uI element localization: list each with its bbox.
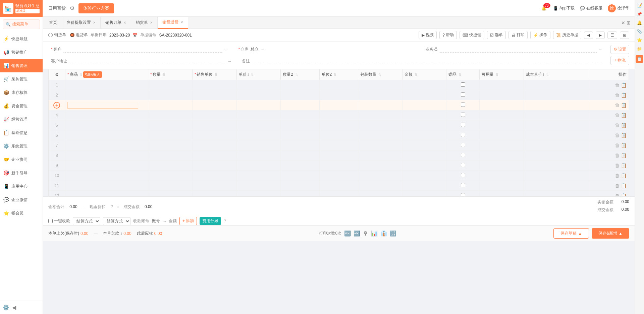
price-cell[interactable] bbox=[236, 120, 281, 130]
cost-price-cell[interactable] bbox=[524, 110, 590, 120]
gift-cell[interactable] bbox=[446, 140, 480, 150]
cost-price-cell[interactable] bbox=[524, 191, 590, 197]
qty2-sort-icon[interactable]: ⇅ bbox=[295, 73, 298, 76]
debt-info-icon[interactable]: ℹ bbox=[120, 231, 122, 236]
sidebar-settings-icon[interactable]: ⚙️ bbox=[3, 304, 9, 311]
available-cell[interactable] bbox=[480, 100, 524, 110]
delete-icon[interactable]: 🗑 bbox=[615, 92, 620, 98]
delete-icon[interactable]: 🗑 bbox=[615, 143, 620, 148]
unit-cell[interactable] bbox=[192, 161, 236, 171]
tool-icon-4[interactable]: 📊 bbox=[371, 230, 378, 237]
product-cell[interactable] bbox=[65, 161, 148, 171]
unit-cell[interactable] bbox=[192, 80, 236, 90]
price-cell[interactable] bbox=[236, 181, 281, 191]
fee-help-icon[interactable]: ? bbox=[224, 219, 226, 224]
unit2-cell[interactable] bbox=[319, 80, 358, 90]
copy-icon[interactable]: 📋 bbox=[621, 163, 627, 168]
gift-cell[interactable] bbox=[446, 150, 480, 161]
sidebar-item-cooperation[interactable]: 🤝 企业协同 bbox=[0, 153, 43, 166]
unit-cell[interactable] bbox=[192, 130, 236, 140]
product-input[interactable] bbox=[67, 102, 138, 109]
calendar-icon[interactable]: 📅 bbox=[132, 33, 138, 38]
product-cell[interactable] bbox=[65, 140, 148, 150]
pkg-qty-cell[interactable] bbox=[358, 191, 402, 197]
pkg-qty-cell[interactable] bbox=[358, 140, 402, 150]
cost-info-icon[interactable]: ℹ bbox=[543, 73, 544, 76]
save-new-button[interactable]: 保存&新增 ▲ bbox=[592, 228, 629, 239]
gift-cell[interactable] bbox=[446, 90, 480, 100]
grid-view-btn[interactable]: ⊞ bbox=[620, 32, 629, 39]
price-sort-icon[interactable]: ⇅ bbox=[251, 73, 254, 76]
available-cell[interactable] bbox=[480, 130, 524, 140]
amount-cell[interactable] bbox=[402, 120, 446, 130]
amount-cell[interactable] bbox=[402, 100, 446, 110]
pkg-qty-cell[interactable] bbox=[358, 161, 402, 171]
price-cell[interactable] bbox=[236, 150, 281, 161]
pkg-qty-cell[interactable] bbox=[358, 181, 402, 191]
unit2-sort-icon[interactable]: ⇅ bbox=[334, 73, 336, 76]
gift-checkbox[interactable] bbox=[461, 133, 465, 137]
copy-icon[interactable]: 📋 bbox=[621, 92, 627, 98]
price-info-icon[interactable]: ℹ bbox=[248, 73, 249, 76]
sidebar-item-wechat[interactable]: 💬 企业微信 bbox=[0, 193, 43, 206]
product-cell[interactable] bbox=[65, 191, 148, 197]
qty-cell[interactable] bbox=[148, 140, 192, 150]
history-btn[interactable]: 📜 历史单据 bbox=[553, 31, 581, 39]
radio-sale[interactable]: 销货单 bbox=[48, 32, 66, 38]
unit-cell[interactable] bbox=[192, 100, 236, 110]
app-download-link[interactable]: 📱 App下载 bbox=[553, 5, 575, 11]
delete-icon[interactable]: 🗑 bbox=[615, 123, 620, 128]
unit2-cell[interactable] bbox=[319, 90, 358, 100]
unit2-cell[interactable] bbox=[319, 181, 358, 191]
logistics-btn[interactable]: + 物流 bbox=[610, 56, 629, 65]
tab-sales-return-close[interactable]: ✕ bbox=[180, 20, 183, 24]
qty2-cell[interactable] bbox=[281, 110, 319, 120]
available-cell[interactable] bbox=[480, 171, 524, 181]
unit2-cell[interactable] bbox=[319, 130, 358, 140]
shortcut-btn[interactable]: ⌨ 快捷键 bbox=[460, 31, 484, 39]
amount-cell[interactable] bbox=[402, 130, 446, 140]
sidebar-item-guide[interactable]: 🎯 新手引导 bbox=[0, 166, 43, 180]
sidebar-item-operations[interactable]: 📈 经营管理 bbox=[0, 113, 43, 126]
copy-icon[interactable]: 📋 bbox=[621, 82, 627, 88]
cost-price-cell[interactable] bbox=[524, 150, 590, 161]
available-cell[interactable] bbox=[480, 161, 524, 171]
tool-icon-5[interactable]: 👔 bbox=[380, 230, 387, 237]
price-cell[interactable] bbox=[236, 90, 281, 100]
cost-price-cell[interactable] bbox=[524, 100, 590, 110]
one-click-pay-checkbox[interactable]: 一键收款 bbox=[48, 218, 70, 224]
available-cell[interactable] bbox=[480, 140, 524, 150]
right-tool-3[interactable]: 🔔 bbox=[637, 20, 642, 25]
available-cell[interactable] bbox=[480, 110, 524, 120]
cost-price-cell[interactable] bbox=[524, 130, 590, 140]
available-cell[interactable] bbox=[480, 150, 524, 161]
unit2-cell[interactable] bbox=[319, 120, 358, 130]
amount-cell[interactable] bbox=[402, 150, 446, 161]
th-settings[interactable]: ⚙ bbox=[49, 69, 65, 80]
unit-sort-icon[interactable]: ⇅ bbox=[215, 73, 217, 76]
salesperson-input[interactable] bbox=[440, 46, 597, 53]
unit2-cell[interactable] bbox=[319, 171, 358, 181]
copy-icon[interactable]: 📋 bbox=[621, 103, 627, 108]
pkg-qty-cell[interactable] bbox=[358, 171, 402, 181]
video-btn[interactable]: ▶ 视频 bbox=[419, 31, 437, 39]
product-cell[interactable] bbox=[65, 100, 148, 110]
amount-cell[interactable] bbox=[402, 181, 446, 191]
price-cell[interactable] bbox=[236, 140, 281, 150]
amount-cell[interactable] bbox=[402, 161, 446, 171]
gift-checkbox[interactable] bbox=[461, 92, 465, 97]
product-cell[interactable] bbox=[65, 110, 148, 120]
unit-cell[interactable] bbox=[192, 140, 236, 150]
pkg-qty-cell[interactable] bbox=[358, 120, 402, 130]
one-click-pay-input[interactable] bbox=[48, 219, 53, 223]
pkg-qty-cell[interactable] bbox=[358, 130, 402, 140]
fee-split-btn[interactable]: 费用分摊 bbox=[200, 217, 221, 225]
copy-icon[interactable]: 📋 bbox=[621, 183, 627, 188]
tab-close-all[interactable]: ✕ bbox=[621, 20, 625, 25]
qty-cell[interactable] bbox=[148, 150, 192, 161]
trial-button[interactable]: 体验行业方案 bbox=[78, 3, 114, 13]
radio-return-input[interactable] bbox=[70, 33, 74, 37]
gift-cell[interactable] bbox=[446, 171, 480, 181]
qty2-cell[interactable] bbox=[281, 120, 319, 130]
gift-checkbox[interactable] bbox=[461, 183, 465, 187]
